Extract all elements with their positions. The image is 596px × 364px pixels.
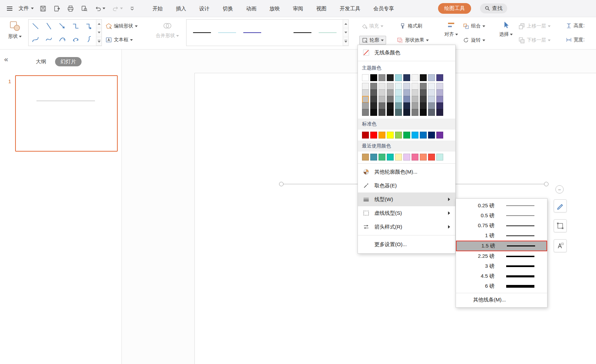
theme-shade-2-3[interactable] <box>370 96 377 103</box>
shape-gallery-scrollbar[interactable] <box>96 20 102 46</box>
print-preview-icon[interactable] <box>80 4 89 13</box>
shape-curved-connector-2[interactable] <box>42 33 55 46</box>
standard-color-9[interactable] <box>428 132 435 139</box>
line-style-black[interactable] <box>189 20 214 46</box>
undo-button[interactable] <box>94 4 106 13</box>
theme-shade-5-5[interactable] <box>395 109 402 116</box>
theme-shade-6-1[interactable] <box>403 83 410 90</box>
dash-style-item[interactable]: 虚线线型(S) <box>358 206 455 220</box>
tab-slides[interactable]: 幻灯片 <box>55 57 82 66</box>
export-icon[interactable] <box>52 4 61 13</box>
search-box[interactable]: 查找 <box>480 3 507 13</box>
theme-color-10[interactable] <box>436 74 443 81</box>
send-backward-button[interactable]: 下移一层 <box>518 37 551 44</box>
line-weight-option-1[interactable]: 0.25 磅 <box>456 201 547 211</box>
line-style-teal[interactable] <box>315 20 340 46</box>
theme-color-7[interactable] <box>412 74 418 81</box>
theme-shade-7-1[interactable] <box>412 83 418 90</box>
theme-shade-5-2[interactable] <box>395 89 402 96</box>
theme-color-9[interactable] <box>428 74 435 81</box>
no-line-color-item[interactable]: 无线条颜色 <box>358 46 455 59</box>
menu-tab-6[interactable]: 放映 <box>263 0 286 17</box>
file-menu-button[interactable]: 文件 <box>19 5 34 12</box>
more-settings-item[interactable]: 更多设置(O)... <box>358 237 455 252</box>
line-gallery-scrollbar[interactable] <box>343 20 348 46</box>
theme-shade-5-4[interactable] <box>395 102 402 109</box>
shape-straight-line-alt[interactable] <box>42 20 55 33</box>
menu-tab-3[interactable]: 设计 <box>193 0 216 17</box>
theme-shade-1-1[interactable] <box>362 83 369 90</box>
theme-shade-8-5[interactable] <box>420 109 427 116</box>
theme-shade-7-2[interactable] <box>412 89 418 96</box>
standard-color-2[interactable] <box>370 132 377 139</box>
slide-thumbnail[interactable] <box>15 75 118 152</box>
standard-color-10[interactable] <box>436 132 443 139</box>
standard-color-7[interactable] <box>412 132 418 139</box>
theme-color-6[interactable] <box>403 74 410 81</box>
quick-text-button[interactable] <box>554 239 567 252</box>
theme-shade-10-5[interactable] <box>436 109 443 116</box>
theme-shade-8-3[interactable] <box>420 96 427 103</box>
recent-color-2[interactable] <box>370 154 377 161</box>
group-button[interactable]: 组合 <box>462 23 485 30</box>
recent-color-7[interactable] <box>412 154 418 161</box>
recent-color-8[interactable] <box>420 154 427 161</box>
menu-tab-8[interactable]: 视图 <box>310 0 333 17</box>
theme-shade-8-2[interactable] <box>420 89 427 96</box>
theme-shade-10-3[interactable] <box>436 96 443 103</box>
recent-color-10[interactable] <box>436 154 443 161</box>
redo-button[interactable] <box>111 4 124 13</box>
theme-shade-1-4[interactable] <box>362 102 369 109</box>
menu-tab-2[interactable]: 插入 <box>169 0 193 17</box>
theme-shade-8-1[interactable] <box>420 83 427 90</box>
line-style-black-2[interactable] <box>290 20 315 46</box>
theme-shade-9-1[interactable] <box>428 83 435 90</box>
edit-shape-button[interactable]: 编辑形状 <box>105 23 138 30</box>
theme-shade-2-1[interactable] <box>370 83 377 90</box>
line-gallery-down-icon[interactable] <box>343 28 348 37</box>
theme-shade-6-2[interactable] <box>403 89 410 96</box>
recent-color-1[interactable] <box>362 154 369 161</box>
shape-gallery-down-icon[interactable] <box>96 28 102 37</box>
theme-shade-2-2[interactable] <box>370 89 377 96</box>
quick-pen-button[interactable] <box>554 199 567 212</box>
toolbar-more-chevron-icon[interactable] <box>129 5 136 12</box>
theme-shade-4-3[interactable] <box>387 96 394 103</box>
more-outline-colors-item[interactable]: 其他轮廓颜色(M)... <box>358 165 455 179</box>
line-style-empty[interactable] <box>265 20 290 46</box>
theme-shade-10-4[interactable] <box>436 102 443 109</box>
theme-shade-7-4[interactable] <box>412 102 418 109</box>
standard-color-8[interactable] <box>420 132 427 139</box>
shape-gallery-up-icon[interactable] <box>96 20 102 28</box>
bring-forward-button[interactable]: 上移一层 <box>518 23 551 30</box>
standard-color-1[interactable] <box>362 132 369 139</box>
line-style-light-blue[interactable] <box>214 20 240 46</box>
line-weight-option-6[interactable]: 2.25 磅 <box>456 251 547 261</box>
theme-shade-6-4[interactable] <box>403 102 410 109</box>
text-box-button[interactable]: 文本框 <box>105 36 133 43</box>
theme-shade-3-1[interactable] <box>379 83 385 90</box>
theme-shade-7-3[interactable] <box>412 96 418 103</box>
theme-shade-1-3[interactable] <box>362 96 369 103</box>
theme-shade-9-4[interactable] <box>428 102 435 109</box>
standard-color-3[interactable] <box>379 132 385 139</box>
outline-button[interactable]: 轮廓 <box>359 36 386 45</box>
format-painter-button[interactable]: 格式刷 <box>399 23 422 30</box>
menu-tab-1[interactable]: 开始 <box>146 0 169 17</box>
theme-shade-3-4[interactable] <box>379 102 385 109</box>
theme-shade-1-2[interactable] <box>362 89 369 96</box>
theme-shade-5-1[interactable] <box>395 83 402 90</box>
theme-color-2[interactable] <box>370 74 377 81</box>
theme-shade-9-2[interactable] <box>428 89 435 96</box>
theme-color-3[interactable] <box>379 74 385 81</box>
line-gallery-up-icon[interactable] <box>343 20 348 28</box>
theme-shade-9-5[interactable] <box>428 109 435 116</box>
line-weight-option-9[interactable]: 6 磅 <box>456 281 547 291</box>
theme-shade-4-1[interactable] <box>387 83 394 90</box>
shape-curved-connector[interactable] <box>29 33 42 46</box>
theme-shade-4-4[interactable] <box>387 102 394 109</box>
recent-color-3[interactable] <box>379 154 385 161</box>
theme-color-5[interactable] <box>395 74 402 81</box>
shape-curved-double-arrow[interactable] <box>69 33 83 46</box>
align-button[interactable]: 对齐 <box>441 21 461 37</box>
